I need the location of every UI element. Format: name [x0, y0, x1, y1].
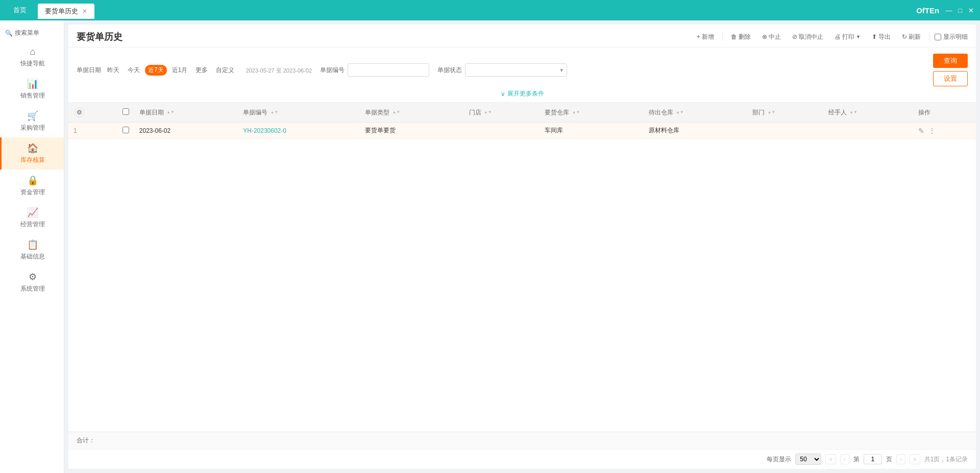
- col-handler-label: 经手人: [828, 109, 847, 116]
- pagination-info: 共1页，1条记录: [924, 455, 968, 464]
- row-action-icons: ✎ ⋮: [918, 127, 971, 135]
- sidebar-search-label: 搜索菜单: [15, 29, 39, 37]
- toolbar-refresh-btn[interactable]: ↻ 刷新: [899, 31, 924, 43]
- toolbar-new-label: + 新增: [697, 33, 714, 41]
- row-more-icon[interactable]: ⋮: [928, 127, 936, 135]
- tab-close-icon[interactable]: ✕: [82, 8, 87, 15]
- row-num: 1: [74, 127, 77, 134]
- table-header-row: ⚙ 单据日期 ▲▼ 单据编号: [68, 103, 976, 123]
- last-page-btn[interactable]: »: [910, 454, 920, 464]
- page-title: 要货单历史: [77, 31, 122, 43]
- prev-page-btn[interactable]: ‹: [840, 454, 849, 464]
- sidebar-item-purchase-mgmt[interactable]: 🛒 采购管理: [0, 105, 64, 137]
- date-shortcuts: 昨天 今天 近7天 近1月 更多 自定义: [104, 65, 237, 76]
- row-handler-cell: [823, 123, 913, 139]
- row-checkbox-cell: [117, 123, 134, 139]
- col-store-sort-icon[interactable]: ▲▼: [484, 110, 492, 114]
- row-checkbox[interactable]: [122, 127, 129, 133]
- summary-label: 合计：: [77, 436, 95, 445]
- sidebar-search[interactable]: 🔍 搜索菜单: [0, 25, 64, 41]
- search-icon: 🔍: [5, 30, 13, 37]
- date-shortcut-1month[interactable]: 近1月: [169, 65, 191, 76]
- date-shortcut-custom[interactable]: 自定义: [213, 65, 237, 76]
- sidebar-item-inventory[interactable]: 🏠 库存核算: [0, 137, 64, 170]
- toolbar-delete-btn[interactable]: 🗑 删除: [728, 31, 754, 43]
- row-doc-no-link[interactable]: YH-20230602-0: [243, 127, 286, 134]
- page-input[interactable]: [864, 454, 882, 464]
- col-doc-date-sort-icon[interactable]: ▲▼: [166, 110, 175, 114]
- col-doc-no: 单据编号 ▲▼: [238, 103, 360, 123]
- next-page-btn[interactable]: ›: [896, 454, 905, 464]
- page-size-select[interactable]: 20 50 100 200: [795, 454, 821, 465]
- select-all-checkbox[interactable]: [122, 108, 129, 115]
- brand-text: OfTEn: [916, 6, 939, 15]
- tab-requisition-history[interactable]: 要货单历史 ✕: [38, 4, 94, 19]
- date-shortcut-yesterday[interactable]: 昨天: [104, 65, 122, 76]
- filter-doc-no: 单据编号: [320, 63, 429, 77]
- tab-requisition-history-label: 要货单历史: [45, 7, 78, 16]
- display-detail-label: 显示明细: [943, 33, 968, 41]
- settings-button[interactable]: 设置: [933, 71, 968, 86]
- query-button[interactable]: 查询: [933, 54, 968, 68]
- row-pending-warehouse-cell: 原材料仓库: [644, 123, 747, 139]
- toolbar-export-btn[interactable]: ⬆ 导出: [869, 31, 894, 43]
- sidebar-item-basic-info[interactable]: 📋 基础信息: [0, 234, 64, 266]
- col-department-sort-icon[interactable]: ▲▼: [767, 110, 775, 114]
- display-detail-toggle[interactable]: 显示明细: [935, 33, 968, 41]
- sidebar-item-purchase-mgmt-label: 采购管理: [20, 124, 45, 132]
- filter-doc-status-wrapper: ▼: [465, 63, 567, 77]
- export-icon: ⬆: [872, 33, 877, 40]
- date-shortcut-more[interactable]: 更多: [192, 65, 211, 76]
- close-icon[interactable]: ✕: [968, 7, 974, 14]
- sidebar-item-system-mgmt-label: 系统管理: [20, 285, 45, 293]
- sidebar-item-finance-mgmt[interactable]: 🔒 资金管理: [0, 170, 64, 202]
- quick-nav-icon: ⌂: [30, 46, 36, 57]
- toolbar-stop-btn[interactable]: ⊗ 中止: [759, 31, 784, 43]
- sidebar-item-sales-mgmt[interactable]: 📊 销售管理: [0, 73, 64, 105]
- toolbar-print-label: 打印: [842, 33, 854, 41]
- filter-doc-date-label: 单据日期: [77, 66, 101, 75]
- row-req-warehouse-cell: 车间库: [540, 123, 643, 139]
- sidebar: 🔍 搜索菜单 ⌂ 快捷导航 📊 销售管理 🛒 采购管理 🏠 库存核算 🔒: [0, 20, 64, 473]
- col-handler-sort-icon[interactable]: ▲▼: [849, 110, 857, 114]
- col-doc-type-label: 单据类型: [365, 109, 389, 116]
- sidebar-item-system-mgmt[interactable]: ⚙ 系统管理: [0, 266, 64, 298]
- sidebar-item-finance-mgmt-label: 资金管理: [20, 188, 45, 197]
- content: 要货单历史 + 新增 🗑 删除 ⊗ 中止: [64, 20, 980, 473]
- filter-doc-date: 单据日期 昨天 今天 近7天 近1月 更多 自定义: [77, 65, 237, 76]
- col-doc-no-label: 单据编号: [243, 109, 267, 116]
- row-department-cell: [747, 123, 823, 139]
- top-bar-right: OfTEn — □ ✕: [911, 6, 974, 15]
- date-shortcut-today[interactable]: 今天: [125, 65, 143, 76]
- col-pending-warehouse-sort-icon[interactable]: ▲▼: [676, 110, 684, 114]
- tab-home[interactable]: 首页: [6, 3, 34, 18]
- toolbar-new-btn[interactable]: + 新增: [694, 31, 717, 43]
- first-page-btn[interactable]: «: [825, 454, 836, 464]
- row-pending-warehouse: 原材料仓库: [649, 127, 679, 134]
- toolbar-refresh-label: 刷新: [909, 33, 921, 41]
- expand-more-btn[interactable]: ∨ 展开更多条件: [77, 89, 968, 98]
- row-edit-icon[interactable]: ✎: [918, 127, 924, 135]
- sidebar-item-operations-mgmt[interactable]: 📈 经营管理: [0, 202, 64, 234]
- col-doc-no-sort-icon[interactable]: ▲▼: [271, 110, 279, 114]
- toolbar-print-btn[interactable]: 🖨 打印 ▼: [831, 31, 864, 43]
- col-doc-type-sort-icon[interactable]: ▲▼: [392, 110, 400, 114]
- filter-doc-no-input[interactable]: [348, 63, 429, 77]
- top-bar: 首页 要货单历史 ✕ OfTEn — □ ✕: [0, 0, 980, 20]
- filter-doc-no-label: 单据编号: [320, 66, 345, 75]
- maximize-icon[interactable]: □: [958, 7, 962, 14]
- date-shortcut-7days[interactable]: 近7天: [145, 65, 167, 76]
- toolbar-cancel-stop-btn[interactable]: ⊘ 取消中止: [789, 31, 826, 43]
- minimize-icon[interactable]: —: [945, 7, 952, 14]
- sidebar-item-quick-nav[interactable]: ⌂ 快捷导航: [0, 41, 64, 73]
- filter-doc-status: 单据状态 ▼: [437, 63, 567, 77]
- col-doc-type: 单据类型 ▲▼: [360, 103, 463, 123]
- col-pending-warehouse: 待出仓库 ▲▼: [644, 103, 747, 123]
- col-settings-gear-icon[interactable]: ⚙: [74, 107, 85, 118]
- display-detail-checkbox[interactable]: [935, 34, 941, 40]
- col-req-warehouse-sort-icon[interactable]: ▲▼: [572, 110, 580, 114]
- sales-mgmt-icon: 📊: [27, 78, 38, 89]
- filter-doc-status-select[interactable]: [465, 63, 567, 77]
- col-store-label: 门店: [469, 109, 481, 116]
- col-actions: 操作: [913, 103, 976, 123]
